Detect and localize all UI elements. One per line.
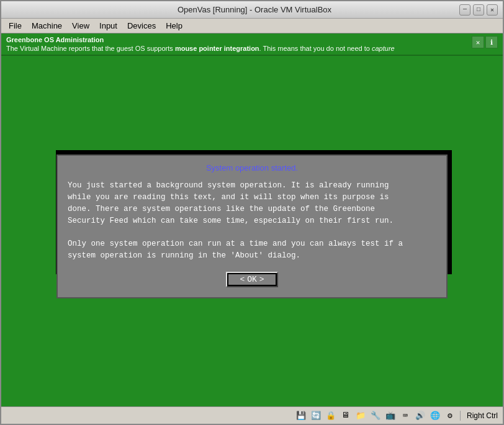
dialog-footer: < OK >	[68, 272, 436, 287]
dialog-line-2: while you are reading this text, and it …	[68, 192, 436, 204]
restore-button[interactable]: □	[473, 4, 484, 16]
titlebar-buttons: ─ □ ✕	[459, 4, 498, 16]
status-icon-6[interactable]: 🔧	[369, 409, 382, 422]
notification-bold-text: mouse pointer integration	[175, 45, 259, 52]
notification-title: Greenbone OS Administration	[6, 36, 467, 43]
dialog-overlay: System operation started. You just start…	[1, 56, 503, 406]
titlebar: OpenVas [Running] - Oracle VM VirtualBox…	[1, 1, 503, 19]
ok-button[interactable]: < OK >	[226, 272, 277, 287]
dialog-title: System operation started.	[68, 163, 436, 172]
status-icon-3[interactable]: 🔒	[325, 409, 337, 422]
right-ctrl-label: Right Ctrl	[467, 411, 498, 420]
minimize-button[interactable]: ─	[459, 4, 470, 16]
notification-body: The Virtual Machine reports that the gue…	[6, 45, 467, 52]
dialog-body: You just started a background system ope…	[68, 180, 436, 261]
system-operation-dialog: System operation started. You just start…	[56, 154, 448, 298]
virtualbox-window: OpenVas [Running] - Oracle VM VirtualBox…	[0, 0, 504, 425]
menu-input[interactable]: Input	[94, 20, 122, 32]
dialog-line-4: Security Feed which can take some time, …	[68, 215, 436, 227]
notification-text: Greenbone OS Administration The Virtual …	[6, 36, 467, 52]
close-button[interactable]: ✕	[487, 4, 498, 16]
ok-prefix: <	[240, 275, 245, 284]
status-icon-1[interactable]: 💾	[295, 409, 307, 422]
notification-close-btn[interactable]: ✕	[472, 36, 484, 48]
status-icon-2[interactable]: 🔄	[310, 409, 322, 422]
menu-view[interactable]: View	[67, 20, 94, 32]
status-icon-10[interactable]: 🌐	[429, 409, 441, 422]
notification-icons: ✕ ℹ	[472, 36, 498, 48]
dialog-line-1: You just started a background system ope…	[68, 180, 436, 192]
dialog-line-3: done. There are system operations like t…	[68, 204, 436, 215]
menu-devices[interactable]: Devices	[122, 20, 161, 32]
menu-file[interactable]: File	[4, 20, 27, 32]
dialog-spacer	[68, 226, 436, 238]
notification-text-after: . This means that you do not need to	[259, 45, 372, 52]
vm-display[interactable]: System operation started. You just start…	[1, 56, 503, 406]
notification-bar: Greenbone OS Administration The Virtual …	[1, 34, 503, 56]
status-icon-11[interactable]: ⚙	[444, 409, 456, 422]
dialog-line-5: Only one system operation can run at a t…	[68, 238, 436, 250]
status-icon-8[interactable]: ⌨	[399, 409, 412, 422]
status-icon-5[interactable]: 📁	[354, 409, 367, 422]
menu-machine[interactable]: Machine	[27, 20, 67, 32]
dialog-line-6: system operation is running in the 'Abou…	[68, 250, 436, 262]
menubar: File Machine View Input Devices Help	[1, 19, 503, 34]
status-icon-7[interactable]: 📺	[384, 409, 397, 422]
status-icon-4[interactable]: 🖥	[340, 409, 352, 422]
notification-text-before: The Virtual Machine reports that the gue…	[6, 45, 175, 52]
notification-italic-text: capture	[372, 45, 395, 52]
notification-info-btn[interactable]: ℹ	[485, 36, 498, 48]
statusbar: 💾 🔄 🔒 🖥 📁 🔧 📺 ⌨ 🔊 🌐 ⚙ Right Ctrl	[1, 406, 503, 424]
status-separator	[460, 411, 461, 421]
menu-help[interactable]: Help	[161, 20, 187, 32]
ok-label: OK	[247, 275, 257, 284]
ok-suffix: >	[259, 275, 264, 284]
window-title: OpenVas [Running] - Oracle VM VirtualBox	[50, 5, 459, 14]
status-icon-9[interactable]: 🔊	[414, 409, 426, 422]
